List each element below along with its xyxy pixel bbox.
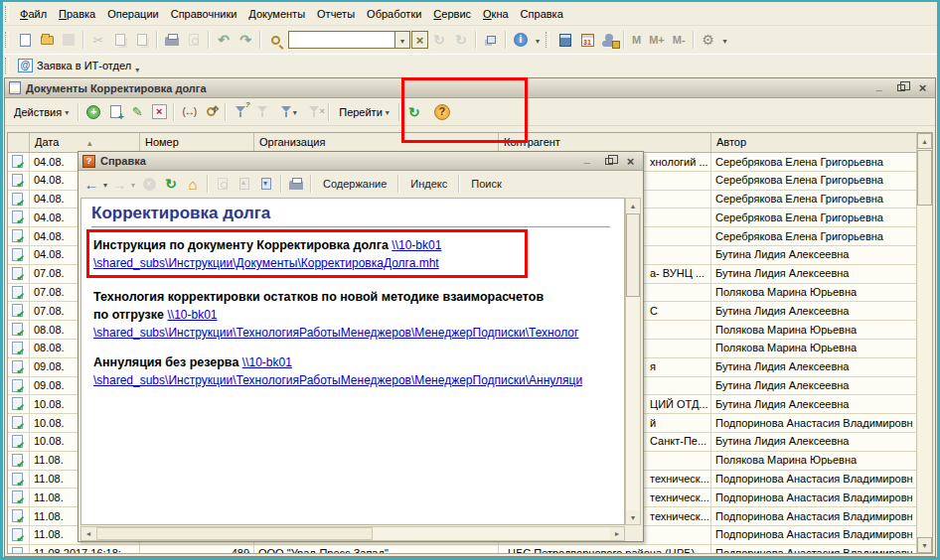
minimize-button[interactable] (870, 81, 887, 95)
cell-author[interactable]: Бутина Лидия Алексеевна (711, 377, 916, 395)
header-author[interactable]: Автор (711, 133, 933, 152)
tab-index[interactable]: Индекс (402, 176, 455, 192)
save-button[interactable] (58, 29, 79, 51)
cell-organization[interactable]: ООО "Урал-Пресс Запад" (254, 545, 499, 553)
memory-m-minus-button[interactable]: M- (669, 34, 690, 46)
table-row-bottom[interactable]: 11.08.2017 16:18:489ООО "Урал-Пресс Запа… (8, 545, 916, 553)
cell-contragent[interactable]: ЦБС Петродворцового района (ЦРБ) (499, 545, 711, 553)
cut-button[interactable] (87, 29, 109, 51)
toolbar-grip[interactable] (5, 6, 9, 22)
cell-author[interactable]: Подпоринова Анастасия Владимировн (711, 526, 916, 544)
menu-item-10[interactable]: Справка (515, 6, 569, 22)
go-button[interactable]: Перейти (333, 103, 395, 121)
header-contragent[interactable]: Контрагент (499, 133, 711, 152)
set-interval-button[interactable] (178, 101, 200, 123)
scroll-right-button[interactable]: ▸ (610, 527, 624, 540)
server-link[interactable]: \\10-bk01 (242, 355, 292, 369)
filter-settings-button[interactable]: ? (230, 101, 251, 123)
next-topic-button[interactable] (255, 173, 277, 195)
clear-search-button[interactable] (411, 31, 428, 49)
cell-author[interactable]: Бутина Лидия Алексеевна (711, 302, 916, 320)
cell-author[interactable]: Серебрякова Елена Григорьевна (711, 172, 916, 190)
paste-button[interactable] (131, 29, 153, 51)
server-link[interactable]: \\10-bk01 (167, 308, 217, 322)
search-dropdown-button[interactable] (395, 31, 410, 49)
menu-item-4[interactable]: Справочники (165, 6, 243, 22)
scroll-up-button[interactable]: ▴ (626, 199, 640, 212)
cell-author[interactable]: Полякова Марина Юрьевна (711, 284, 916, 302)
cell-author[interactable]: Полякова Марина Юрьевна (711, 340, 916, 357)
forward-button[interactable] (110, 173, 128, 195)
redo-button[interactable] (235, 29, 256, 51)
help-maximize-button[interactable] (600, 154, 617, 168)
cell-author[interactable]: Серебрякова Елена Григорьевна (711, 191, 916, 209)
find-in-page-button[interactable] (212, 173, 234, 195)
user-access-button[interactable] (598, 29, 620, 51)
calendar-button[interactable] (576, 29, 598, 51)
info-button[interactable] (510, 29, 532, 51)
find-by-number-button[interactable] (200, 101, 222, 123)
menu-item-9[interactable]: Окна (477, 6, 515, 22)
toolbar-grip[interactable] (5, 58, 9, 73)
filter-history-button[interactable] (273, 101, 303, 123)
back-button[interactable] (82, 173, 100, 195)
tab-contents[interactable]: Содержание (315, 176, 394, 192)
back-history-button[interactable] (100, 173, 110, 195)
scroll-left-button[interactable]: ◂ (81, 527, 95, 540)
header-date[interactable]: Дата (30, 133, 140, 152)
tab-search[interactable]: Поиск (463, 176, 509, 192)
add-button[interactable] (82, 101, 104, 123)
forward-history-button[interactable] (128, 173, 138, 195)
close-button[interactable] (914, 81, 931, 95)
delete-button[interactable] (148, 101, 170, 123)
restore-button[interactable] (892, 81, 909, 95)
menu-item-3[interactable]: Операции (101, 6, 164, 22)
previous-topic-button[interactable] (234, 173, 255, 195)
menu-item-2[interactable]: Правка (53, 6, 101, 22)
home-button[interactable] (182, 173, 204, 195)
open-button[interactable] (36, 29, 58, 51)
filter-button[interactable] (251, 101, 273, 123)
edit-button[interactable] (126, 101, 148, 123)
help-close-button[interactable] (622, 154, 639, 168)
scroll-up-button[interactable]: ▴ (917, 133, 932, 149)
new-document-button[interactable] (14, 29, 36, 51)
menu-item-7[interactable]: Обработки (361, 6, 427, 22)
memory-m-plus-button[interactable]: M+ (645, 34, 669, 46)
help-minimize-button[interactable] (578, 154, 595, 168)
menu-item-6[interactable]: Отчеты (311, 6, 361, 22)
nav-back-button[interactable] (428, 29, 450, 51)
cell-author[interactable]: Серебрякова Елена Григорьевна (711, 153, 916, 171)
header-icon-column[interactable] (8, 133, 30, 152)
info-dropdown-button[interactable] (532, 29, 544, 51)
menu-item-8[interactable]: Сервис (427, 6, 477, 22)
calculator-button[interactable] (554, 29, 576, 51)
undo-button[interactable] (213, 29, 235, 51)
help-vertical-scrollbar[interactable]: ▴ ▾ (625, 198, 641, 525)
nav-forward-button[interactable] (450, 29, 472, 51)
help-refresh-button[interactable] (160, 173, 182, 195)
actions-button[interactable]: Действия (8, 103, 75, 121)
help-print-button[interactable] (285, 173, 307, 195)
cell-author[interactable]: Бутина Лидия Алексеевна (711, 246, 916, 264)
cell-date[interactable]: 11.08.2017 16:18: (30, 545, 140, 553)
table-vertical-scrollbar[interactable]: ▴ ▾ (916, 133, 932, 553)
print-button[interactable] (161, 29, 183, 51)
copy-button[interactable] (109, 29, 131, 51)
scroll-down-button[interactable]: ▾ (626, 510, 640, 524)
path-link[interactable]: \shared_subs\Инструкции\ТехнологияРаботы… (93, 326, 578, 340)
print-preview-button[interactable] (183, 29, 205, 51)
cell-author[interactable]: Серебрякова Елена Григорьевна (711, 227, 916, 245)
cell-author[interactable]: Полякова Марина Юрьевна (711, 452, 916, 470)
menu-item-5[interactable]: Документы (242, 6, 311, 22)
service-settings-button[interactable] (698, 29, 719, 51)
help-horizontal-scrollbar[interactable]: ◂ ▸ (80, 526, 625, 541)
clear-filter-button[interactable]: × (303, 101, 325, 123)
cell-author[interactable]: Подпоринова Анастасия Владимировн (711, 507, 916, 525)
cell-author[interactable]: Полякова Марина Юрьевна (711, 321, 916, 339)
toolbar-grip[interactable] (546, 32, 549, 48)
it-request-button[interactable]: Заявка в ИТ-отдел (14, 57, 143, 75)
scroll-thumb[interactable] (626, 213, 640, 297)
cell-author[interactable]: Бутина Лидия Алексеевна (711, 395, 916, 413)
path-link[interactable]: \shared_subs\Инструкции\ТехнологияРаботы… (93, 373, 582, 387)
